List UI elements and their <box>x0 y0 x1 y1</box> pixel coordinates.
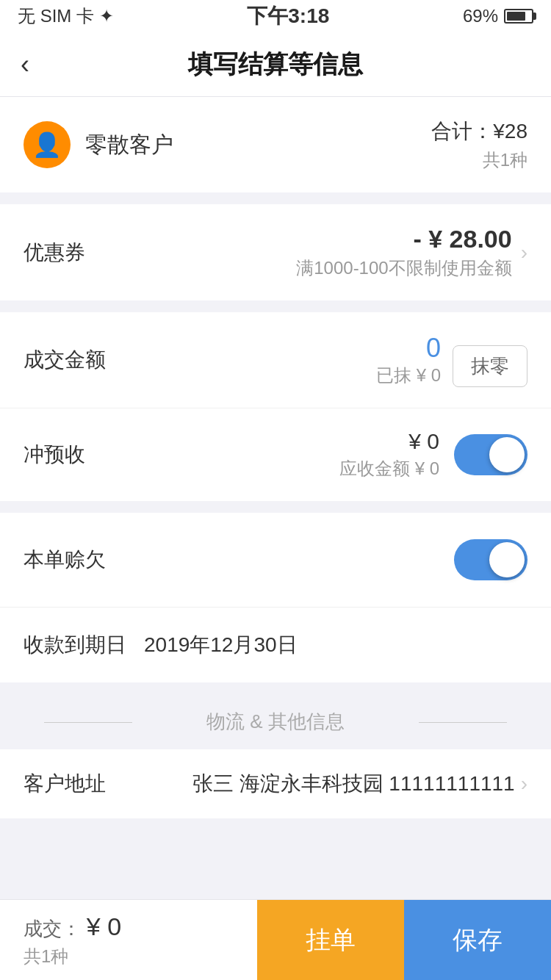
debt-row: 本单赊欠 <box>0 513 551 607</box>
transaction-sub: 已抹 ¥ 0 <box>376 364 441 387</box>
prereceive-right: ¥ 0 应收金额 ¥ 0 <box>339 429 527 480</box>
debt-toggle[interactable] <box>454 539 527 580</box>
bottom-info: 成交： ¥ 0 共1种 <box>0 912 257 968</box>
nav-bar: ‹ 填写结算等信息 <box>0 32 551 97</box>
customer-name: 零散客户 <box>85 130 173 160</box>
address-value: 张三 海淀永丰科技园 11111111111 <box>192 770 515 798</box>
sim-status: 无 SIM 卡 ✦ <box>18 4 114 28</box>
customer-section: 👤 零散客户 合计：¥28 共1种 <box>0 97 551 192</box>
bottom-trans-label: 成交： <box>24 918 81 940</box>
person-icon: 👤 <box>32 131 62 159</box>
coupon-right: - ¥ 28.00 满1000-100不限制使用金额 › <box>296 225 527 280</box>
customer-count: 共1种 <box>431 148 527 172</box>
bottom-trans-line: 成交： ¥ 0 <box>24 912 234 942</box>
debt-toggle-knob <box>489 542 525 577</box>
bottom-count: 共1种 <box>24 945 234 968</box>
coupon-section: 优惠券 - ¥ 28.00 满1000-100不限制使用金额 › <box>0 204 551 300</box>
status-bar: 无 SIM 卡 ✦ 下午3:18 69% <box>0 0 551 32</box>
prereceive-label: 冲预收 <box>24 441 85 469</box>
customer-avatar: 👤 <box>24 121 71 168</box>
logistics-header-text: 物流 & 其他信息 <box>206 710 345 732</box>
status-right: 69% <box>463 6 533 26</box>
address-right: 张三 海淀永丰科技园 11111111111 › <box>192 770 527 798</box>
prereceive-amounts: ¥ 0 应收金额 ¥ 0 <box>339 429 439 480</box>
save-button[interactable]: 保存 <box>404 900 551 981</box>
transaction-row: 成交金额 0 已抹 ¥ 0 抹零 <box>0 312 551 408</box>
customer-left: 👤 零散客户 <box>24 121 173 168</box>
bottom-bar: 成交： ¥ 0 共1种 挂单 保存 <box>0 899 551 980</box>
coupon-value: - ¥ 28.00 满1000-100不限制使用金额 <box>296 225 511 280</box>
transaction-label: 成交金额 <box>24 346 106 374</box>
battery-icon <box>504 9 533 24</box>
customer-row: 👤 零散客户 合计：¥28 共1种 <box>0 97 551 192</box>
debt-section: 本单赊欠 收款到期日 2019年12月30日 <box>0 513 551 682</box>
toggle-knob <box>489 437 525 472</box>
chevron-right-icon: › <box>521 241 527 264</box>
status-left: 无 SIM 卡 ✦ <box>18 4 114 28</box>
round-zero-button[interactable]: 抹零 <box>453 345 527 387</box>
hold-button[interactable]: 挂单 <box>257 900 404 981</box>
address-section: 客户地址 张三 海淀永丰科技园 11111111111 › <box>0 749 551 818</box>
customer-right: 合计：¥28 共1种 <box>431 118 527 172</box>
status-time: 下午3:18 <box>247 2 329 30</box>
coupon-desc: 满1000-100不限制使用金额 <box>296 256 511 280</box>
duedate-value[interactable]: 2019年12月30日 <box>144 631 298 659</box>
address-row[interactable]: 客户地址 张三 海淀永丰科技园 11111111111 › <box>0 749 551 818</box>
bottom-amount: ¥ 0 <box>87 912 121 940</box>
prereceive-row: 冲预收 ¥ 0 应收金额 ¥ 0 <box>0 408 551 501</box>
coupon-amount: - ¥ 28.00 <box>296 225 511 253</box>
transaction-right: 0 已抹 ¥ 0 抹零 <box>376 333 527 387</box>
page-title: 填写结算等信息 <box>188 48 363 82</box>
transaction-col: 0 已抹 ¥ 0 <box>376 333 441 387</box>
battery-percent: 69% <box>463 6 498 26</box>
prereceive-sub-amount: 应收金额 ¥ 0 <box>339 457 439 480</box>
transaction-section: 成交金额 0 已抹 ¥ 0 抹零 冲预收 ¥ 0 应收金额 ¥ 0 <box>0 312 551 501</box>
back-button[interactable]: ‹ <box>21 49 29 80</box>
address-label: 客户地址 <box>24 770 106 798</box>
coupon-row[interactable]: 优惠券 - ¥ 28.00 满1000-100不限制使用金额 › <box>0 204 551 300</box>
debt-label: 本单赊欠 <box>24 546 106 574</box>
prereceive-toggle[interactable] <box>454 434 527 475</box>
transaction-amount[interactable]: 0 <box>376 333 441 364</box>
duedate-row: 收款到期日 2019年12月30日 <box>0 607 551 682</box>
content: 👤 零散客户 合计：¥28 共1种 优惠券 - ¥ 28.00 满1000-10… <box>0 97 551 918</box>
prereceive-main-amount: ¥ 0 <box>339 429 439 454</box>
logistics-section-header: 物流 & 其他信息 <box>0 694 551 749</box>
customer-total: 合计：¥28 <box>431 118 527 145</box>
address-chevron-icon: › <box>521 772 527 796</box>
duedate-label: 收款到期日 <box>24 631 126 659</box>
coupon-label: 优惠券 <box>24 239 85 267</box>
